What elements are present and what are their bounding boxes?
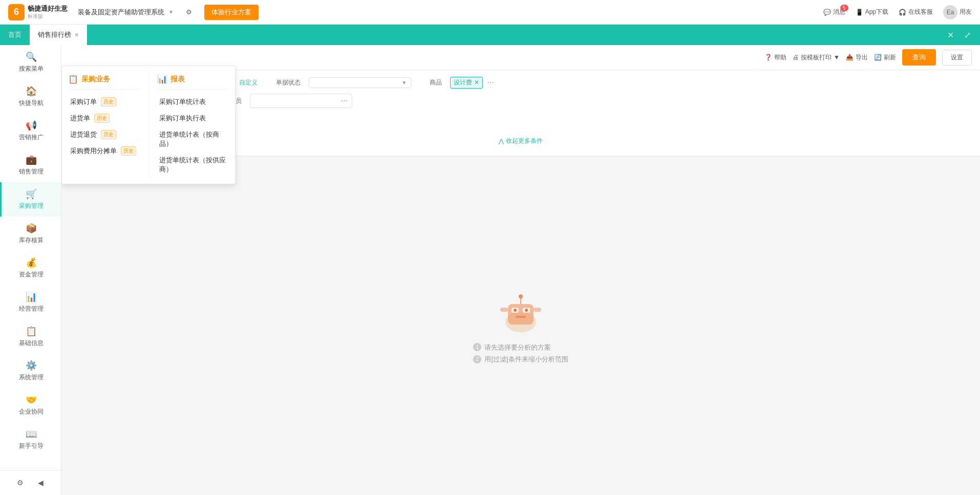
app-download-btn[interactable]: 📱 App下载 [856, 8, 888, 16]
refresh-btn[interactable]: 🔄 刷新 [874, 53, 896, 62]
sidebar: 🔍 搜索菜单 🏠 快捷导航 📢 营销推广 💼 销售管理 🛒 采购管理 📦 库存核… [0, 45, 61, 495]
tab-home[interactable]: 首页 [0, 25, 30, 45]
goods-label: 商品 [430, 78, 442, 87]
tab-sales-ranking[interactable]: 销售排行榜 ✕ [30, 25, 87, 45]
goods-dots[interactable]: ··· [487, 78, 494, 87]
maximize-icon[interactable]: ⤢ [961, 29, 974, 41]
header-right: 💬 消息 5 📱 App下载 🎧 在线客服 Ea 用友 [823, 5, 972, 19]
query-btn[interactable]: 查询 [902, 49, 936, 66]
dropdown-col-purchase: 📋 采购业务 采购订单 历史 进货单 历史 进货退货 历史 [62, 72, 146, 178]
dropdown-col-report-title: 📊 报表 [157, 72, 229, 90]
dropdown-item-return[interactable]: 进货退货 历史 [68, 126, 140, 143]
system-title-arrow[interactable]: ▼ [168, 9, 174, 15]
message-icon: 💬 [823, 9, 831, 16]
close-all-icon[interactable]: ✕ [944, 29, 957, 41]
empty-step-2: 2 用[过滤]条件来缩小分析范围 [473, 353, 568, 365]
sidebar-item-inventory[interactable]: 📦 库存核算 [0, 217, 61, 251]
phone-icon: 📱 [856, 9, 863, 16]
sidebar-item-finance[interactable]: 💰 资金管理 [0, 251, 61, 285]
tabs-bar: 首页 销售排行榜 ✕ ✕ ⤢ [0, 25, 980, 45]
box-icon: 📦 [26, 223, 37, 234]
export-icon: 📤 [846, 54, 854, 61]
chart-icon: 📊 [26, 291, 37, 303]
help-btn[interactable]: ❓ 帮助 [764, 53, 786, 62]
message-badge: 5 [840, 5, 848, 11]
sidebar-bottom: ⚙ ◀ [0, 470, 61, 495]
empty-state: 1 请先选择要分析的方案 2 用[过滤]条件来缩小分析范围 [61, 156, 980, 495]
dropdown-item-receipt-goods[interactable]: 进货单统计表（按商品） [157, 126, 229, 152]
online-service-btn[interactable]: 🎧 在线客服 [899, 8, 933, 16]
sidebar-item-basic[interactable]: 📋 基础信息 [0, 319, 61, 354]
voucher-status-arrow: ▼ [402, 80, 407, 85]
purchase-icon: 🛒 [26, 188, 37, 200]
message-btn[interactable]: 💬 消息 5 [823, 8, 845, 16]
print-icon: 🖨 [793, 54, 799, 61]
sidebar-item-marketing[interactable]: 📢 营销推广 [0, 114, 61, 148]
book-icon: 📖 [26, 428, 37, 440]
salesperson-dots[interactable]: ··· [341, 96, 348, 105]
refresh-icon: 🔄 [874, 54, 882, 61]
industry-btn[interactable]: 体验行业方案 [204, 5, 259, 20]
sidebar-item-search[interactable]: 🔍 搜索菜单 [0, 45, 61, 79]
goods-filter-area: 设计费 ✕ ··· [450, 77, 494, 89]
goods-tag: 设计费 ✕ [450, 77, 483, 89]
sidebar-collapse-btn[interactable]: ◀ [33, 475, 49, 491]
sidebar-item-guide[interactable]: 📖 新手引导 [0, 422, 61, 457]
sidebar-item-sales[interactable]: 💼 销售管理 [0, 148, 61, 182]
main-layout: 🔍 搜索菜单 🏠 快捷导航 📢 营销推广 💼 销售管理 🛒 采购管理 📦 库存核… [0, 45, 980, 495]
empty-text: 1 请先选择要分析的方案 2 用[过滤]条件来缩小分析范围 [473, 341, 568, 365]
sidebar-item-purchase[interactable]: 🛒 采购管理 [0, 182, 61, 217]
logo-text: 畅捷通好生意 标准版 [28, 5, 68, 20]
handshake-icon: 🤝 [26, 394, 37, 405]
sales-icon: 💼 [26, 154, 37, 165]
sidebar-item-nav[interactable]: 🏠 快捷导航 [0, 79, 61, 114]
svg-rect-6 [516, 316, 526, 318]
history-badge-return: 历史 [101, 130, 116, 139]
svg-rect-1 [508, 304, 534, 325]
dropdown-item-po-exec[interactable]: 采购订单执行表 [157, 110, 229, 126]
logo-area: 6 畅捷通好生意 标准版 [8, 4, 70, 20]
user-area[interactable]: Ea 用友 [943, 5, 972, 19]
dropdown-item-expense[interactable]: 采购费用分摊单 历史 [68, 143, 140, 159]
tab-close-icon[interactable]: ✕ [74, 32, 79, 38]
history-badge-expense: 历史 [121, 146, 136, 156]
dropdown-divider [148, 72, 149, 178]
sidebar-item-enterprise[interactable]: 🤝 企业协同 [0, 388, 61, 422]
sidebar-item-operations[interactable]: 📊 经营管理 [0, 285, 61, 319]
collapse-btn[interactable]: ⋀ 收起更多条件 [491, 133, 551, 149]
top-header: 6 畅捷通好生意 标准版 装备及固定资产辅助管理系统 ▼ ⚙ 体验行业方案 💬 … [0, 0, 980, 25]
dropdown-item-po[interactable]: 采购订单 历史 [68, 94, 140, 110]
dropdown-columns: 📋 采购业务 采购订单 历史 进货单 历史 进货退货 历史 [62, 72, 235, 178]
print-arrow[interactable]: ▼ [834, 54, 840, 61]
dropdown-item-receipt[interactable]: 进货单 历史 [68, 110, 140, 126]
header-left: 6 畅捷通好生意 标准版 装备及固定资产辅助管理系统 ▼ ⚙ 体验行业方案 [8, 4, 259, 20]
empty-illustration [490, 286, 551, 337]
purchase-col-icon: 📋 [68, 74, 78, 84]
voucher-status-control[interactable]: ▼ [309, 77, 411, 88]
report-col-icon: 📊 [157, 74, 167, 84]
template-print-btn[interactable]: 🖨 按模板打印 ▼ [793, 53, 840, 62]
gear-icon: ⚙️ [26, 360, 37, 371]
settings-icon-btn[interactable]: ⚙ [182, 5, 196, 19]
svg-rect-10 [534, 308, 541, 312]
sidebar-settings-btn[interactable]: ⚙ [12, 475, 29, 491]
svg-point-8 [519, 294, 523, 298]
dropdown-item-receipt-supplier[interactable]: 进货单统计表（按供应商） [157, 152, 229, 178]
dropdown-item-po-stat[interactable]: 采购订单统计表 [157, 94, 229, 110]
tabs-bar-actions: ✕ ⤢ [944, 29, 980, 41]
export-btn[interactable]: 📤 导出 [846, 53, 868, 62]
sidebar-item-system[interactable]: ⚙️ 系统管理 [0, 354, 61, 388]
megaphone-icon: 📢 [26, 120, 37, 131]
goods-tag-remove[interactable]: ✕ [474, 79, 479, 86]
svg-point-4 [514, 309, 517, 312]
headset-icon: 🎧 [899, 9, 906, 16]
history-badge-receipt: 历史 [94, 114, 110, 123]
salesperson-control[interactable]: ··· [250, 94, 352, 108]
logo-main: 畅捷通好生意 [28, 5, 68, 13]
dropdown-menu: 📋 采购业务 采购订单 历史 进货单 历史 进货退货 历史 [61, 66, 236, 184]
shortcut-custom[interactable]: 自定义 [239, 78, 258, 87]
settings-btn[interactable]: 设置 [942, 50, 972, 66]
system-title: 装备及固定资产辅助管理系统 ▼ [78, 8, 174, 17]
help-icon: ❓ [764, 54, 772, 61]
user-avatar: Ea [943, 5, 957, 19]
